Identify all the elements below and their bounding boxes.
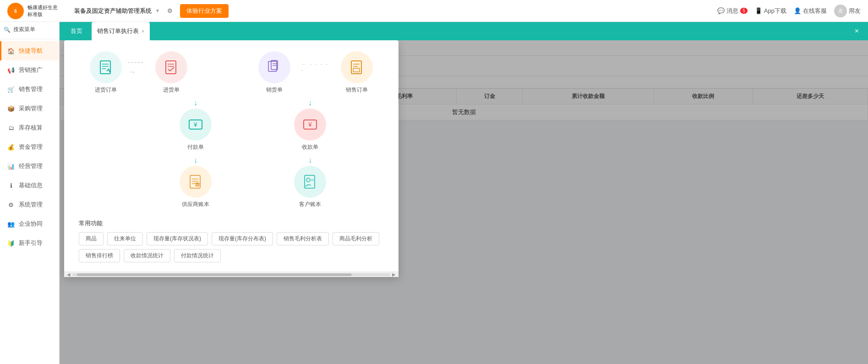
arrow-down-sales: ↓	[308, 99, 312, 107]
enterprise-icon: 👥	[7, 221, 15, 228]
common-btn-goods-profit[interactable]: 商品毛利分析	[333, 232, 379, 245]
sidebar-item-marketing[interactable]: 📢 营销推广	[0, 60, 59, 80]
tab-close-icon[interactable]: ×	[142, 28, 144, 34]
user-avatar: 友	[834, 5, 847, 17]
sidebar-item-purchase[interactable]: 📦 采购管理	[0, 99, 59, 118]
top-bar: 6 畅康通好生意 标准版 装备及固定资产辅助管理系统 ▼ ⚙ 体验行业方案 💬 …	[0, 0, 868, 22]
purchase-bill-circle[interactable]	[155, 51, 187, 83]
sidebar-item-finance[interactable]: 💰 资金管理	[0, 137, 59, 157]
message-icon: 💬	[717, 7, 725, 14]
system-icon: ⚙	[7, 201, 15, 208]
scrollbar-track[interactable]	[72, 273, 390, 276]
online-service-item[interactable]: 👤 在线客服	[794, 7, 827, 15]
basic-icon: ℹ	[7, 182, 15, 189]
common-btn-receipt-stats[interactable]: 收款情况统计	[124, 249, 170, 262]
common-btn-sales-rank[interactable]: 销售排行榜	[79, 249, 120, 262]
search-icon: 🔍	[4, 27, 11, 33]
tab-home[interactable]: 首页	[63, 22, 90, 40]
sales-order-item: 销售订单	[330, 51, 384, 94]
customer-ledger-item: 客户账本	[280, 166, 340, 208]
service-icon: 👤	[794, 7, 801, 14]
sidebar: 🔍 搜索菜单 🏠 快捷导航 📢 营销推广 🛒 销售管理 📦 采购管理 🗂	[0, 22, 60, 364]
content-close-button[interactable]: ×	[849, 27, 864, 35]
arrow-down-purchase: ↓	[194, 99, 197, 107]
sales-order-circle[interactable]	[341, 51, 373, 83]
sidebar-item-newbie[interactable]: 🔰 新手引导	[0, 234, 59, 253]
scroll-left-arrow[interactable]: ◀	[65, 272, 72, 277]
common-btn-partner[interactable]: 往来单位	[107, 232, 143, 245]
sidebar-item-sales[interactable]: 🛒 销售管理	[0, 80, 59, 99]
svg-rect-16	[353, 68, 360, 72]
flow-row-1: 进货订单 - - - - - →	[79, 51, 384, 94]
tab-bar: 首页 销售订单执行表 × ×	[60, 22, 868, 40]
receipt-item: ¥ 收款单	[280, 109, 340, 151]
content-area: 首页 销售订单执行表 × × ❓ 帮助 🖨 按模板打印	[60, 22, 868, 364]
flow-row-2: ¥ 付款单	[138, 109, 384, 151]
svg-rect-2	[100, 61, 110, 74]
message-badge: 5	[740, 8, 748, 14]
purchase-order-label: 进货订单	[95, 86, 117, 94]
bottom-scrollbar[interactable]: ◀ ▶	[64, 272, 399, 277]
purchase-order-item: 进货订单	[79, 51, 132, 94]
tab-sales-order[interactable]: 销售订单执行表 ×	[92, 22, 150, 40]
modal-content: 进货订单 - - - - - →	[64, 40, 399, 272]
purchase-order-circle[interactable]	[90, 51, 122, 83]
main-area: 🔍 搜索菜单 🏠 快捷导航 📢 营销推广 🛒 销售管理 📦 采购管理 🗂	[0, 22, 868, 364]
common-btn-stock-status[interactable]: 现存量(库存状况表)	[147, 232, 208, 245]
svg-text:¥: ¥	[308, 121, 312, 128]
common-buttons-row-2: 销售排行榜 收款情况统计 付款情况统计	[79, 249, 384, 262]
common-btn-stock-dist[interactable]: 现存量(库存分布表)	[212, 232, 273, 245]
payment-circle[interactable]: ¥	[180, 109, 212, 141]
supplier-ledger-circle[interactable]: 账	[180, 166, 212, 198]
overlay[interactable]: 进货订单 - - - - - →	[60, 40, 868, 364]
arrow-sales-dashed: ← - - - - -	[301, 61, 330, 74]
arrow-down-receipt: ↓	[308, 157, 312, 164]
receipt-label: 收款单	[302, 143, 318, 151]
system-name: 装备及固定资产辅助管理系统	[74, 7, 152, 15]
receipt-circle[interactable]: ¥	[294, 109, 326, 141]
message-item[interactable]: 💬 消息 5	[717, 7, 748, 15]
scrollbar-thumb[interactable]	[77, 273, 352, 276]
trial-button[interactable]: 体验行业方案	[180, 4, 229, 18]
sales-bill-label: 销货单	[266, 86, 283, 94]
sidebar-divider	[0, 39, 59, 39]
sales-bill-item: 销货单	[247, 51, 301, 94]
purchase-icon: 📦	[7, 105, 15, 112]
scroll-right-arrow[interactable]: ▶	[390, 272, 398, 277]
common-btn-goods[interactable]: 商品	[79, 232, 104, 245]
customer-ledger-label: 客户账本	[299, 201, 321, 208]
sidebar-item-operations[interactable]: 📊 经营管理	[0, 157, 59, 176]
common-title: 常用功能	[79, 219, 384, 228]
sidebar-item-system[interactable]: ⚙ 系统管理	[0, 195, 59, 214]
logo-text: 畅康通好生意 标准版	[27, 4, 58, 17]
sidebar-item-basic[interactable]: ℹ 基础信息	[0, 176, 59, 195]
user-item[interactable]: 友 用友	[834, 5, 861, 17]
supplier-ledger-label: 供应商账本	[182, 201, 209, 208]
sales-order-label: 销售订单	[346, 86, 368, 94]
sales-icon: 🛒	[7, 86, 15, 93]
finance-icon: 💰	[7, 144, 15, 151]
common-section: 常用功能 商品 往来单位 现存量(库存状况表) 现存量(库存分布表) 销售毛利分…	[79, 219, 384, 262]
customer-ledger-circle[interactable]	[294, 166, 326, 198]
newbie-icon: 🔰	[7, 240, 15, 247]
system-title: 装备及固定资产辅助管理系统 ▼ ⚙ 体验行业方案	[67, 4, 717, 18]
sidebar-item-enterprise[interactable]: 👥 企业协同	[0, 214, 59, 234]
sidebar-item-inventory[interactable]: 🗂 库存核算	[0, 118, 59, 137]
modal: 进货订单 - - - - - →	[64, 40, 399, 277]
quick-nav-icon: 🏠	[7, 48, 15, 54]
gear-icon[interactable]: ⚙	[164, 5, 176, 17]
sales-bill-circle[interactable]	[258, 51, 290, 83]
sidebar-item-quick-nav[interactable]: 🏠 快捷导航	[0, 41, 59, 60]
operations-icon: 📊	[7, 163, 15, 170]
dropdown-icon[interactable]: ▼	[155, 8, 160, 13]
logo-icon: 6	[7, 3, 24, 19]
logo-area: 6 畅康通好生意 标准版	[7, 3, 67, 19]
app-download-item[interactable]: 📱 App下载	[755, 7, 786, 15]
svg-rect-6	[166, 61, 176, 74]
common-btn-payment-stats[interactable]: 付款情况统计	[174, 249, 221, 262]
marketing-icon: 📢	[7, 67, 15, 74]
sidebar-search[interactable]: 🔍 搜索菜单	[0, 22, 59, 37]
top-right: 💬 消息 5 📱 App下载 👤 在线客服 友 用友	[717, 5, 861, 17]
common-btn-sales-profit[interactable]: 销售毛利分析表	[277, 232, 329, 245]
purchase-bill-item: 进货单	[144, 51, 198, 94]
